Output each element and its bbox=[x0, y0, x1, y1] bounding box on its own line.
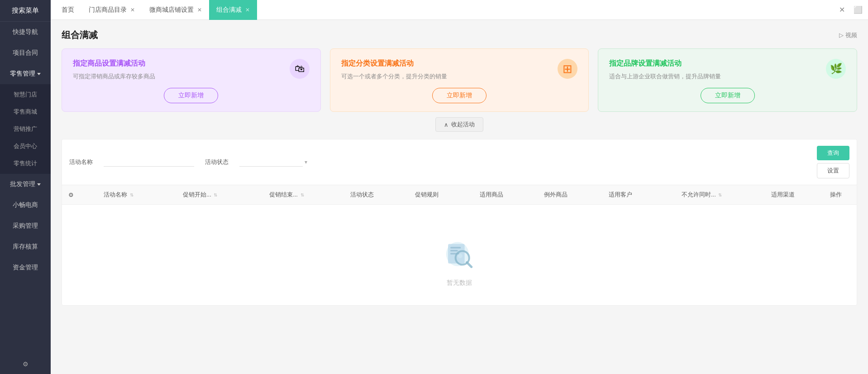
th-exception-goods: 例外商品 bbox=[524, 185, 588, 205]
main-area: 首页 门店商品目录 ✕ 微商城店铺设置 ✕ 组合满减 ✕ ✕ ⬜ 组合满减 ▷ … bbox=[51, 0, 868, 374]
th-settings: ⚙ bbox=[62, 185, 80, 205]
sort-icon-no-concurrent[interactable]: ⇅ bbox=[718, 192, 722, 197]
th-applicable-goods: 适用商品 bbox=[459, 185, 524, 205]
th-applicable-customer: 适用客户 bbox=[588, 185, 653, 205]
product-card-title: 指定商品设置满减活动 bbox=[73, 59, 310, 68]
tab-store-catalog-close[interactable]: ✕ bbox=[130, 7, 135, 13]
tab-wechat-settings-label: 微商城店铺设置 bbox=[149, 6, 194, 14]
sort-icon-promo-start[interactable]: ⇅ bbox=[214, 192, 217, 197]
svg-point-7 bbox=[458, 254, 463, 258]
tab-combo-discount-label: 组合满减 bbox=[216, 6, 242, 14]
sidebar-item-quick-nav[interactable]: 快捷导航 bbox=[0, 22, 51, 43]
category-card-add-btn[interactable]: 立即新增 bbox=[432, 88, 486, 103]
page-header: 组合满减 ▷ 视频 bbox=[62, 29, 857, 41]
video-label: 视频 bbox=[845, 31, 857, 39]
window-close-btn[interactable]: ✕ bbox=[835, 4, 848, 16]
table-header: ⚙ 活动名称 ⇅ 促销开始... ⇅ 促销结束... bbox=[62, 185, 857, 205]
tab-combo-discount-close[interactable]: ✕ bbox=[245, 7, 250, 13]
brand-card-desc: 适合与上游企业联合做营销，提升品牌销量 bbox=[609, 72, 846, 82]
sort-icon-promo-end[interactable]: ⇅ bbox=[300, 192, 304, 197]
tab-home[interactable]: 首页 bbox=[54, 0, 81, 20]
collapse-label: 收起活动 bbox=[451, 120, 475, 129]
sidebar-sub-retail: 智慧门店 零售商城 营销推广 会员中心 零售统计 bbox=[0, 84, 51, 174]
sidebar-item-project-contract[interactable]: 项目合同 bbox=[0, 43, 51, 63]
filter-status-select[interactable] bbox=[239, 158, 303, 167]
sidebar-item-smart-store[interactable]: 智慧门店 bbox=[0, 86, 51, 103]
svg-rect-3 bbox=[450, 250, 458, 251]
th-activity-status: 活动状态 bbox=[330, 185, 395, 205]
tab-wechat-settings[interactable]: 微商城店铺设置 ✕ bbox=[142, 0, 209, 20]
sidebar-item-retail-mgmt[interactable]: 零售管理 bbox=[0, 63, 51, 84]
th-promo-end: 促销结束... ⇅ bbox=[243, 185, 330, 205]
tab-wechat-settings-close[interactable]: ✕ bbox=[197, 7, 202, 13]
data-table-wrap: ⚙ 活动名称 ⇅ 促销开始... ⇅ 促销结束... bbox=[62, 185, 857, 305]
tabbar: 首页 门店商品目录 ✕ 微商城店铺设置 ✕ 组合满减 ✕ ✕ ⬜ bbox=[51, 0, 868, 20]
settings-btn[interactable]: 设置 bbox=[817, 163, 849, 178]
th-applicable-channel: 适用渠道 bbox=[751, 185, 816, 205]
filter-name-input[interactable] bbox=[104, 158, 194, 167]
category-activity-card: ⊞ 指定分类设置满减活动 可选一个或者多个分类，提升分类的销量 立即新增 bbox=[330, 48, 589, 112]
sidebar: 搜索菜单 快捷导航 项目合同 零售管理 智慧门店 零售商城 营销推广 会员中心 … bbox=[0, 0, 51, 374]
sidebar-item-inventory-calc[interactable]: 库存核算 bbox=[0, 236, 51, 257]
sidebar-item-wholesale-mgmt[interactable]: 批发管理 bbox=[0, 174, 51, 195]
chevron-down-icon: ▾ bbox=[305, 159, 307, 165]
th-promo-end-label: 促销结束... bbox=[269, 191, 298, 198]
collapse-bar: ∧ 收起活动 bbox=[62, 117, 857, 132]
gear-icon[interactable]: ⚙ bbox=[68, 192, 74, 198]
product-activity-card: 🛍 指定商品设置满减活动 可指定滞销商品或库存较多商品 立即新增 bbox=[62, 48, 321, 112]
data-table: ⚙ 活动名称 ⇅ 促销开始... ⇅ 促销结束... bbox=[62, 185, 857, 205]
brand-card-icon: 🌿 bbox=[826, 59, 846, 79]
empty-state: 暂无数据 bbox=[62, 205, 857, 305]
filter-status-wrap: ▾ bbox=[239, 158, 307, 167]
svg-line-6 bbox=[467, 263, 472, 267]
brand-card-add-btn[interactable]: 立即新增 bbox=[701, 88, 755, 103]
sidebar-search[interactable]: 搜索菜单 bbox=[0, 0, 51, 22]
empty-text: 暂无数据 bbox=[447, 279, 472, 287]
filter-row: 活动名称 活动状态 ▾ 查询 设置 bbox=[62, 139, 857, 185]
filter-actions: 查询 设置 bbox=[817, 146, 849, 178]
collapse-btn[interactable]: ∧ 收起活动 bbox=[435, 117, 483, 132]
collapse-chevron-icon: ∧ bbox=[444, 121, 448, 128]
brand-card-title: 指定品牌设置满减活动 bbox=[609, 59, 846, 68]
filter-name-label: 活动名称 bbox=[69, 158, 93, 166]
sidebar-item-retail-stats[interactable]: 零售统计 bbox=[0, 155, 51, 172]
window-maximize-btn[interactable]: ⬜ bbox=[852, 4, 864, 16]
th-no-concurrent: 不允许同时... ⇅ bbox=[653, 185, 751, 205]
th-no-concurrent-label: 不允许同时... bbox=[682, 191, 716, 198]
sidebar-settings[interactable]: ⚙ bbox=[0, 354, 51, 374]
brand-activity-card: 🌿 指定品牌设置满减活动 适合与上游企业联合做营销，提升品牌销量 立即新增 bbox=[598, 48, 857, 112]
sidebar-item-marketing[interactable]: 营销推广 bbox=[0, 120, 51, 138]
tabbar-controls: ✕ ⬜ bbox=[835, 4, 864, 16]
empty-illustration bbox=[437, 232, 482, 273]
product-card-add-btn[interactable]: 立即新增 bbox=[164, 88, 218, 103]
query-btn[interactable]: 查询 bbox=[817, 146, 849, 160]
sidebar-item-xiaochangec[interactable]: 小畅电商 bbox=[0, 195, 51, 216]
th-activity-name: 活动名称 ⇅ bbox=[80, 185, 157, 205]
activity-cards: 🛍 指定商品设置满减活动 可指定滞销商品或库存较多商品 立即新增 ⊞ 指定分类设… bbox=[62, 48, 857, 112]
sort-icon-activity-name[interactable]: ⇅ bbox=[130, 192, 134, 197]
sidebar-item-retail-mall[interactable]: 零售商城 bbox=[0, 103, 51, 120]
play-icon: ▷ bbox=[839, 32, 844, 38]
tab-store-catalog-label: 门店商品目录 bbox=[89, 6, 127, 14]
sidebar-item-fund-mgmt[interactable]: 资金管理 bbox=[0, 257, 51, 278]
category-card-desc: 可选一个或者多个分类，提升分类的销量 bbox=[341, 72, 578, 82]
page-title: 组合满减 bbox=[62, 29, 98, 41]
video-link[interactable]: ▷ 视频 bbox=[839, 31, 857, 39]
sidebar-item-purchase-mgmt[interactable]: 采购管理 bbox=[0, 216, 51, 236]
page-content: 组合满减 ▷ 视频 🛍 指定商品设置满减活动 可指定滞销商品或库存较多商品 立即… bbox=[51, 20, 868, 374]
product-card-icon: 🛍 bbox=[290, 59, 310, 79]
th-promo-rule: 促销规则 bbox=[395, 185, 459, 205]
table-section: 活动名称 活动状态 ▾ 查询 设置 bbox=[62, 139, 857, 306]
filter-status-label: 活动状态 bbox=[205, 158, 229, 166]
sidebar-item-member-center[interactable]: 会员中心 bbox=[0, 138, 51, 155]
product-card-desc: 可指定滞销商品或库存较多商品 bbox=[73, 72, 310, 82]
th-activity-name-label: 活动名称 bbox=[104, 191, 127, 198]
svg-rect-2 bbox=[450, 247, 461, 248]
category-card-title: 指定分类设置满减活动 bbox=[341, 59, 578, 68]
th-promo-start-label: 促销开始... bbox=[183, 191, 211, 198]
tab-store-catalog[interactable]: 门店商品目录 ✕ bbox=[81, 0, 142, 20]
th-operation: 操作 bbox=[816, 185, 857, 205]
th-promo-start: 促销开始... ⇅ bbox=[157, 185, 243, 205]
tab-combo-discount[interactable]: 组合满减 ✕ bbox=[209, 0, 257, 20]
